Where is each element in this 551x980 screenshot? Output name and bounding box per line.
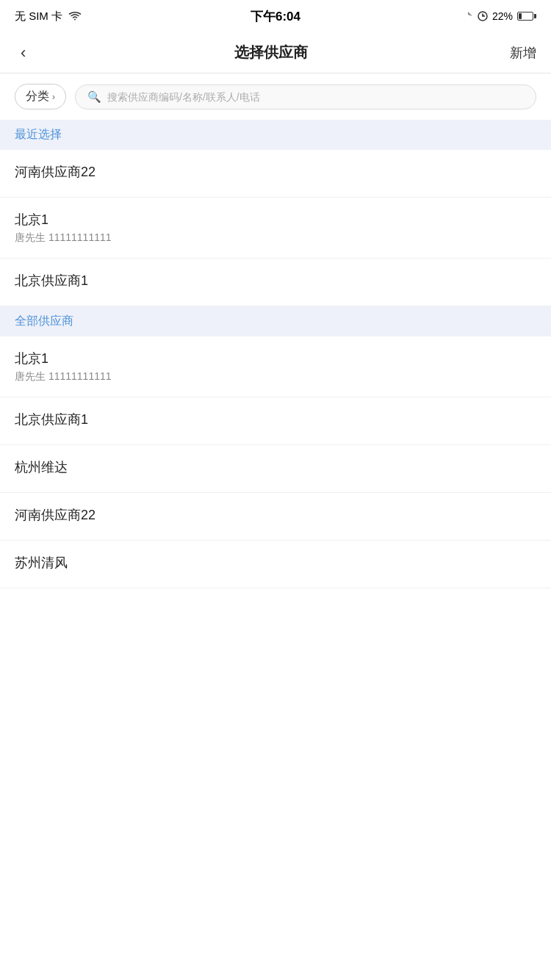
carrier-label: 无 SIM 卡 xyxy=(15,10,62,24)
status-right: 22% xyxy=(463,10,536,22)
item-name: 苏州清风 xyxy=(15,554,536,572)
location-icon xyxy=(463,11,473,21)
all-list: 北京1唐先生 11111111111北京供应商1杭州维达河南供应商22苏州清风 xyxy=(0,336,551,588)
all-section-label: 全部供应商 xyxy=(15,314,73,327)
search-icon: 🔍 xyxy=(87,90,101,104)
status-left: 无 SIM 卡 xyxy=(15,10,82,24)
search-input[interactable] xyxy=(107,90,524,103)
category-label: 分类 xyxy=(26,89,49,104)
recent-section-label: 最近选择 xyxy=(15,128,62,140)
list-item[interactable]: 北京供应商1 xyxy=(0,397,551,445)
list-item[interactable]: 北京1唐先生 11111111111 xyxy=(0,198,551,259)
item-name: 北京供应商1 xyxy=(15,272,536,289)
status-time: 下午6:04 xyxy=(251,8,300,25)
recent-list: 河南供应商22北京1唐先生 11111111111北京供应商1 xyxy=(0,150,551,306)
clock-icon xyxy=(478,11,488,21)
item-contact: 唐先生 11111111111 xyxy=(15,370,536,383)
filter-bar: 分类 › 🔍 xyxy=(0,73,551,120)
list-item[interactable]: 杭州维达 xyxy=(0,445,551,493)
item-name: 北京供应商1 xyxy=(15,411,536,428)
back-button[interactable]: ‹ xyxy=(15,37,32,68)
all-section-header: 全部供应商 xyxy=(0,306,551,336)
list-item[interactable]: 苏州清风 xyxy=(0,541,551,588)
item-name: 河南供应商22 xyxy=(15,163,536,181)
recent-section-header: 最近选择 xyxy=(0,120,551,150)
add-button[interactable]: 新增 xyxy=(510,44,536,62)
item-name: 河南供应商22 xyxy=(15,506,536,524)
item-name: 北京1 xyxy=(15,350,536,367)
page-title: 选择供应商 xyxy=(234,43,308,62)
item-name: 北京1 xyxy=(15,211,536,228)
chevron-right-icon: › xyxy=(52,92,55,102)
list-item[interactable]: 河南供应商22 xyxy=(0,150,551,198)
list-item[interactable]: 北京供应商1 xyxy=(0,259,551,306)
wifi-icon xyxy=(68,11,82,21)
battery-label: 22% xyxy=(492,10,513,22)
item-name: 杭州维达 xyxy=(15,458,536,476)
list-item[interactable]: 北京1唐先生 11111111111 xyxy=(0,336,551,397)
battery-icon xyxy=(517,12,536,21)
search-box: 🔍 xyxy=(75,84,536,109)
category-button[interactable]: 分类 › xyxy=(15,84,66,109)
nav-bar: ‹ 选择供应商 新增 xyxy=(0,32,551,73)
item-contact: 唐先生 11111111111 xyxy=(15,231,536,245)
status-bar: 无 SIM 卡 下午6:04 22% xyxy=(0,0,551,32)
list-item[interactable]: 河南供应商22 xyxy=(0,493,551,541)
